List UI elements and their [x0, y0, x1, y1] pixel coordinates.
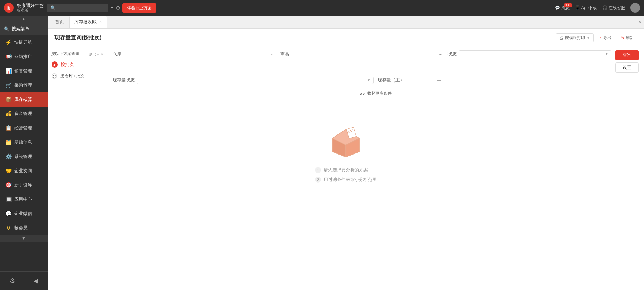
sidebar-item-app-center[interactable]: 🔲 应用中心: [0, 192, 48, 206]
main-layout: ▲ 🔍 搜索菜单 ⚡ 快捷导航 📢 营销推广 📊 销售管理 🛒 采购管理 📦 库…: [0, 16, 644, 290]
system-icon: ⚙️: [5, 153, 12, 160]
trial-button[interactable]: 体验行业方案: [122, 3, 156, 13]
scheme-radio-icon: ◎: [52, 73, 57, 79]
search-dropdown-arrow[interactable]: ▼: [110, 6, 114, 10]
sidebar-item-label: 资金管理: [14, 111, 32, 117]
sidebar-item-label: 库存核算: [14, 96, 32, 103]
tab-close-icon[interactable]: ×: [99, 20, 102, 24]
empty-illustration: [325, 126, 366, 160]
sidebar-item-system[interactable]: ⚙️ 系统管理: [0, 149, 48, 164]
tip-1-text: 请先选择要分析的方案: [324, 167, 368, 173]
collapse-arrow-icon: ∧∧: [360, 91, 366, 96]
add-scheme-icon[interactable]: ⊕: [88, 51, 92, 57]
page-title: 现存量查询(按批次): [54, 34, 102, 41]
scheme-settings-icon[interactable]: ◎: [95, 51, 99, 57]
sidebar-item-finance[interactable]: 💰 资金管理: [0, 107, 48, 121]
headset-icon: 🎧: [602, 5, 607, 10]
status-field: 状态 ▼: [448, 50, 611, 57]
edition-label: 标准版: [17, 8, 44, 13]
filter-scheme-panel: 按以下方案查询 ⊕ ◎ « ◐ 按批次 ◎ 按仓库+批次: [48, 46, 107, 99]
app-center-icon: 🔲: [5, 196, 12, 202]
sidebar-item-inventory[interactable]: 📦 库存核算: [0, 92, 48, 107]
status-label: 状态: [448, 51, 457, 57]
content-area: 首页 库存批次账 × × 现存量查询(按批次) 🖨 按模板打印 ▼: [48, 16, 644, 290]
product-input[interactable]: [292, 52, 439, 57]
scheme-panel-header: 按以下方案查询 ⊕ ◎ «: [48, 49, 107, 59]
sidebar-item-quick-nav[interactable]: ⚡ 快捷导航: [0, 35, 48, 50]
finance-icon: 💰: [5, 111, 12, 117]
sidebar-item-enterprise[interactable]: 🤝 企业协同: [0, 164, 48, 178]
app-download-item[interactable]: 📱 App下载: [575, 5, 597, 11]
search-box[interactable]: 🔍: [47, 4, 108, 12]
tab-home-label: 首页: [55, 19, 64, 25]
tab-batch-account[interactable]: 库存批次账 ×: [69, 16, 107, 28]
scheme-icons: ⊕ ◎ «: [88, 51, 103, 57]
marketing-icon: 📢: [5, 54, 12, 60]
sidebar-item-label: 企业微信: [14, 211, 32, 217]
sidebar-item-member[interactable]: V 畅会员: [0, 221, 48, 235]
sidebar-gear-button[interactable]: ⚙: [7, 275, 17, 287]
messages-item[interactable]: 💬 消息 99+: [555, 5, 570, 11]
warehouse-field: 仓库 ···: [113, 50, 276, 58]
empty-tip-1: 1 请先选择要分析的方案: [315, 167, 377, 173]
sidebar-item-purchase[interactable]: 🛒 采购管理: [0, 78, 48, 92]
tip-2-num: 2: [315, 177, 321, 183]
member-icon: V: [5, 225, 12, 231]
sidebar-collapse-button[interactable]: ◀: [32, 275, 40, 287]
scheme-collapse-icon[interactable]: «: [101, 51, 103, 57]
quantity-separator: —: [437, 78, 441, 83]
scheme-item-by-warehouse-batch[interactable]: ◎ 按仓库+批次: [48, 70, 107, 82]
settings-icon[interactable]: ⚙: [116, 5, 120, 11]
avatar[interactable]: [630, 3, 640, 13]
printer-icon: 🖨: [559, 36, 563, 40]
inventory-status-label: 现存量状态: [113, 77, 135, 83]
topbar-right: 💬 消息 99+ 📱 App下载 🎧 在线客服: [555, 3, 640, 13]
sidebar-item-label: 营销推广: [14, 54, 32, 60]
tab-batch-account-label: 库存批次账: [74, 19, 97, 25]
topbar: b 畅康通好生意 标准版 🔍 ▼ ⚙ 体验行业方案 💬 消息 99+ 📱 App…: [0, 0, 644, 16]
inventory-status-field: 现存量状态 ▼: [113, 77, 374, 84]
page-content: 现存量查询(按批次) 🖨 按模板打印 ▼ ↑ 导出 ↻ 刷新: [48, 29, 644, 290]
settings-button[interactable]: 设置: [615, 62, 639, 73]
refresh-button[interactable]: ↻ 刷新: [617, 34, 637, 42]
sidebar-scroll-down[interactable]: ▼: [0, 235, 48, 242]
sidebar-item-operations[interactable]: 📋 经营管理: [0, 121, 48, 135]
warehouse-more-icon[interactable]: ···: [271, 52, 275, 57]
status-select[interactable]: ▼: [459, 50, 611, 57]
filter-area: 按以下方案查询 ⊕ ◎ « ◐ 按批次 ◎ 按仓库+批次: [48, 46, 644, 99]
product-input-wrapper: ···: [291, 50, 444, 58]
product-label: 商品: [280, 51, 289, 57]
empty-state: 1 请先选择要分析的方案 2 用过滤条件来缩小分析范围: [48, 99, 644, 210]
tab-close-all-button[interactable]: ×: [638, 19, 641, 25]
quantity-from-input[interactable]: [407, 76, 434, 84]
sidebar-item-label: 畅会员: [14, 225, 28, 231]
quick-nav-icon: ⚡: [5, 39, 12, 46]
collapse-more-button[interactable]: ∧∧ 收起更多条件: [113, 88, 639, 99]
sidebar-scroll-up[interactable]: ▲: [0, 16, 48, 22]
product-more-icon[interactable]: ···: [439, 52, 442, 57]
inventory-quantity-label: 现存量（主）: [378, 77, 404, 83]
scheme-panel-title: 按以下方案查询: [51, 51, 80, 57]
scheme-active-icon: ◐: [52, 61, 58, 68]
sidebar-item-basics[interactable]: 🗂️ 基础信息: [0, 135, 48, 149]
purchase-icon: 🛒: [5, 82, 12, 88]
sidebar-item-sales[interactable]: 📊 销售管理: [0, 64, 48, 78]
sidebar-item-label: 系统管理: [14, 153, 32, 160]
quantity-to-input[interactable]: [444, 76, 471, 84]
sidebar-item-newbie[interactable]: 🎯 新手引导: [0, 178, 48, 192]
scheme-item-by-batch[interactable]: ◐ 按批次: [48, 59, 107, 70]
sidebar-item-enterprise-wechat[interactable]: 💬 企业微信: [0, 206, 48, 221]
tab-bar: 首页 库存批次账 × ×: [48, 16, 644, 29]
online-service-item[interactable]: 🎧 在线客服: [602, 5, 625, 11]
tab-home[interactable]: 首页: [50, 16, 69, 28]
inventory-quantity-field: 现存量（主） —: [378, 76, 639, 84]
export-button[interactable]: ↑ 导出: [596, 34, 615, 42]
warehouse-input[interactable]: [125, 52, 271, 57]
template-print-button[interactable]: 🖨 按模板打印 ▼: [556, 33, 594, 42]
inventory-status-select[interactable]: ▼: [137, 77, 374, 84]
refresh-icon: ↻: [621, 36, 624, 40]
template-print-arrow[interactable]: ▼: [587, 36, 590, 40]
sidebar-search[interactable]: 🔍 搜索菜单: [0, 22, 48, 35]
sidebar-item-marketing[interactable]: 📢 营销推广: [0, 50, 48, 64]
query-button[interactable]: 查询: [615, 50, 639, 60]
